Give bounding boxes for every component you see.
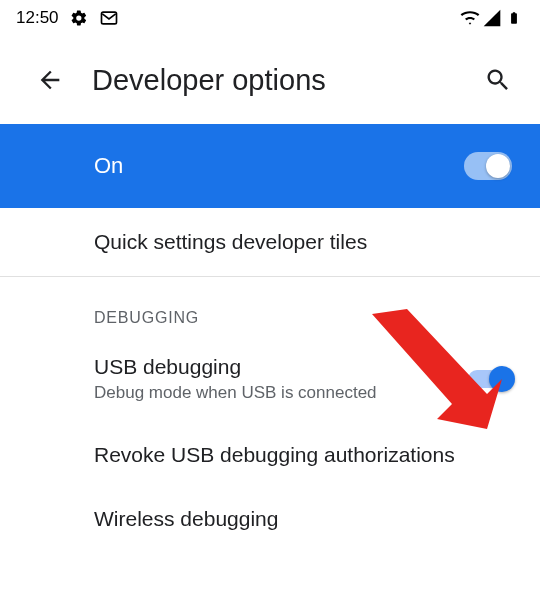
page-title: Developer options — [92, 64, 326, 97]
row-label: Quick settings developer tiles — [94, 230, 367, 254]
signal-icon — [482, 8, 502, 28]
status-bar: 12:50 — [0, 0, 540, 36]
status-time: 12:50 — [16, 8, 59, 28]
switch-thumb-icon — [486, 154, 510, 178]
back-button[interactable] — [30, 60, 70, 100]
section-header-debugging: DEBUGGING — [0, 277, 540, 341]
master-switch[interactable] — [464, 152, 512, 180]
search-button[interactable] — [478, 60, 518, 100]
wifi-icon — [460, 8, 480, 28]
row-subtitle: Debug mode when USB is connected — [94, 383, 456, 403]
settings-gear-icon — [69, 8, 89, 28]
switch-thumb-icon — [489, 366, 515, 392]
master-switch-label: On — [94, 153, 123, 179]
app-bar: Developer options — [0, 36, 540, 124]
quick-settings-tiles-row[interactable]: Quick settings developer tiles — [0, 208, 540, 276]
revoke-usb-auth-row[interactable]: Revoke USB debugging authorizations — [0, 423, 540, 487]
row-label: Revoke USB debugging authorizations — [94, 443, 455, 467]
usb-debugging-switch[interactable] — [468, 370, 512, 388]
row-label: Wireless debugging — [94, 507, 512, 531]
wireless-debugging-row[interactable]: Wireless debugging — [0, 487, 540, 531]
row-label: USB debugging — [94, 355, 456, 379]
usb-debugging-row[interactable]: USB debugging Debug mode when USB is con… — [0, 341, 540, 423]
arrow-back-icon — [36, 66, 64, 94]
search-icon — [484, 66, 512, 94]
mail-icon — [99, 8, 119, 28]
developer-options-master-row[interactable]: On — [0, 124, 540, 208]
battery-icon — [504, 8, 524, 28]
